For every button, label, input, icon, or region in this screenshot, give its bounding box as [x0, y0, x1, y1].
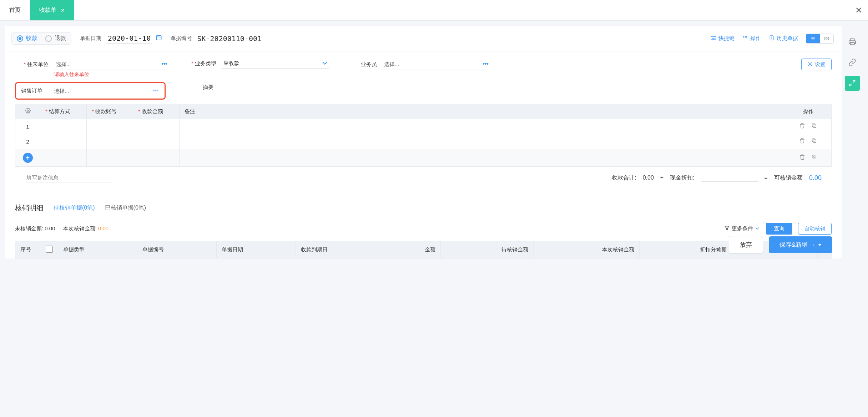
radio-refund-label: 退款 [55, 35, 66, 42]
discount-input[interactable] [701, 174, 758, 182]
doc-date-input[interactable]: 2020-01-10 [106, 33, 152, 44]
sales-order-input[interactable] [54, 88, 152, 94]
delete-icon[interactable] [799, 138, 805, 145]
shortcut-button[interactable]: 快捷键 [711, 35, 735, 42]
abstract-input[interactable] [221, 84, 325, 90]
detail-toolbar: 未核销金额: 0.00 本次核销金额: 0.00 更多条件 查询 自动核销 [5, 216, 842, 241]
svg-point-7 [746, 37, 747, 38]
grid-icon [742, 35, 748, 42]
row-index: 1 [15, 119, 40, 134]
close-icon[interactable]: ✕ [61, 7, 65, 13]
link-icon[interactable] [845, 55, 860, 70]
svg-rect-12 [827, 39, 828, 40]
col-amount: 收款金额 [138, 108, 163, 114]
sales-order-label: 销售订单 [21, 87, 50, 94]
radio-icon [17, 35, 23, 42]
col-date: 单据日期 [216, 241, 296, 258]
operate-button[interactable]: 操作 [742, 35, 761, 42]
save-button[interactable]: 保存&新增 [769, 236, 832, 253]
col-pending: 待核销金额 [441, 241, 533, 258]
col-op: 操作 [785, 104, 832, 119]
biztype-select[interactable] [222, 59, 329, 69]
this-label: 本次核销金额: [63, 225, 97, 231]
delete-icon[interactable] [799, 155, 805, 161]
radio-refund[interactable]: 退款 [45, 35, 66, 42]
expand-icon[interactable] [845, 76, 860, 91]
receipt-grid: 结算方式 收款账号 收款金额 备注 操作 1 [15, 104, 832, 167]
history-button[interactable]: 历史单据 [769, 35, 798, 42]
doc-date-label: 单据日期 [80, 35, 101, 42]
biztype-input[interactable] [223, 60, 323, 66]
bottom-bar: 放弃 保存&新增 [729, 236, 832, 253]
more-icon[interactable]: ••• [483, 60, 488, 68]
copy-icon[interactable] [811, 138, 817, 145]
tabs-bar: 首页 收款单 ✕ ✕ [0, 0, 868, 21]
more-filter-button[interactable]: 更多条件 [725, 225, 760, 232]
main-panel: 收款 退款 单据日期 2020-01-10 单据编号 SK-20200110-0… [5, 26, 842, 258]
svg-rect-10 [827, 37, 828, 38]
tab-home[interactable]: 首页 [0, 0, 30, 20]
delete-icon[interactable] [799, 123, 805, 130]
radio-receipt[interactable]: 收款 [17, 35, 37, 42]
svg-rect-18 [851, 42, 854, 45]
view-card-button[interactable] [820, 34, 833, 43]
view-list-button[interactable] [806, 34, 820, 43]
svg-rect-11 [825, 39, 826, 40]
side-rail [842, 26, 863, 258]
summary-row: 收款合计: 0.00 + 现金折扣: = 可核销金额 0.00 [15, 167, 832, 189]
filter-icon [725, 226, 730, 232]
radio-icon [45, 35, 52, 42]
col-this: 本次核销金额 [533, 241, 639, 258]
svg-point-6 [745, 37, 746, 38]
party-input[interactable] [56, 61, 161, 67]
select-all-checkbox[interactable] [46, 246, 53, 253]
print-icon[interactable] [845, 34, 860, 49]
subtab-done[interactable]: 已核销单据(0笔) [105, 204, 146, 212]
col-remark: 备注 [180, 104, 785, 119]
table-row[interactable]: 2 [15, 134, 832, 149]
total-value: 0.00 [643, 175, 654, 181]
party-error: 请输入往来单位 [54, 71, 168, 78]
sales-order-select[interactable]: ••• [52, 85, 160, 96]
table-footer-row: + [15, 149, 832, 167]
writeoff-value: 0.00 [809, 174, 822, 182]
close-all-icon[interactable]: ✕ [855, 5, 862, 15]
total-label: 收款合计: [612, 174, 636, 182]
auto-writeoff-button[interactable]: 自动核销 [798, 223, 832, 235]
svg-point-13 [809, 63, 811, 65]
detail-title: 核销明细 [15, 203, 44, 213]
cancel-button[interactable]: 放弃 [729, 236, 763, 253]
svg-point-14 [27, 110, 29, 111]
equals-icon: = [764, 175, 768, 181]
calendar-icon[interactable] [156, 34, 162, 42]
detail-header: 核销明细 待核销单据(0笔) 已核销单据(0笔) [5, 194, 842, 216]
biztype-label: 业务类型 [183, 60, 216, 67]
more-icon[interactable]: ••• [161, 60, 167, 68]
remark-input[interactable] [25, 173, 111, 182]
copy-icon[interactable] [811, 155, 817, 161]
svg-point-2 [743, 36, 745, 37]
svg-point-4 [746, 36, 747, 37]
settings-button[interactable]: 设置 [801, 59, 832, 70]
tab-receipt[interactable]: 收款单 ✕ [30, 0, 74, 20]
gear-icon[interactable] [25, 108, 31, 115]
save-dropdown-icon[interactable] [813, 244, 822, 246]
party-select[interactable]: ••• [54, 59, 168, 70]
radio-receipt-label: 收款 [26, 35, 37, 42]
chevron-down-icon[interactable] [323, 61, 328, 66]
table-row[interactable]: 1 [15, 119, 832, 134]
copy-icon[interactable] [811, 123, 817, 130]
party-label: 往来单位 [15, 61, 49, 68]
subtab-pending[interactable]: 待核销单据(0笔) [54, 204, 95, 212]
col-no: 单据编号 [137, 241, 216, 258]
col-account: 收款账号 [92, 108, 117, 114]
add-row-button[interactable]: + [23, 153, 33, 163]
unwritten-value: 0.00 [45, 225, 55, 231]
operator-select[interactable]: ••• [383, 59, 490, 70]
operator-input[interactable] [384, 61, 483, 67]
abstract-input-wrap[interactable] [219, 82, 326, 92]
tab-receipt-label: 收款单 [39, 6, 56, 14]
more-icon[interactable]: ••• [152, 87, 158, 95]
query-button[interactable]: 查询 [766, 223, 792, 235]
doc-no-value: SK-20200110-001 [197, 34, 262, 43]
